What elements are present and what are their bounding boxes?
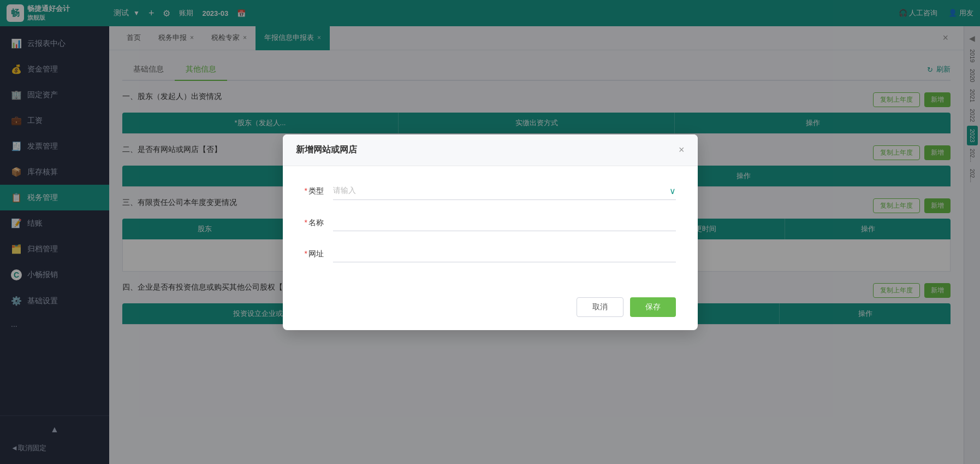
form-row-url: *网址	[305, 246, 676, 262]
dialog-footer: 取消 保存	[283, 289, 698, 330]
cancel-button[interactable]: 取消	[577, 297, 623, 317]
dialog-header: 新增网站或网店 ×	[283, 134, 698, 166]
form-select-type[interactable]: 请输入 ∨	[333, 183, 676, 200]
required-star: *	[305, 186, 307, 195]
dialog-overlay[interactable]: 新增网站或网店 × *类型 请输入 ∨ *名称	[0, 0, 980, 464]
name-input[interactable]	[333, 215, 676, 231]
dialog-close-btn[interactable]: ×	[679, 145, 685, 155]
form-label-url: *网址	[305, 249, 326, 259]
dialog-body: *类型 请输入 ∨ *名称 *网址	[283, 166, 698, 289]
required-star-name: *	[305, 218, 307, 227]
type-dropdown-arrow: ∨	[669, 186, 676, 196]
dialog-title: 新增网站或网店	[296, 144, 357, 156]
save-button[interactable]: 保存	[630, 297, 676, 317]
dialog: 新增网站或网店 × *类型 请输入 ∨ *名称	[283, 134, 698, 330]
type-placeholder: 请输入	[333, 186, 669, 196]
form-row-name: *名称	[305, 215, 676, 231]
form-label-type: *类型	[305, 186, 326, 196]
form-row-type: *类型 请输入 ∨	[305, 183, 676, 200]
form-label-name: *名称	[305, 218, 326, 228]
required-star-url: *	[305, 249, 307, 258]
url-input[interactable]	[333, 246, 676, 262]
